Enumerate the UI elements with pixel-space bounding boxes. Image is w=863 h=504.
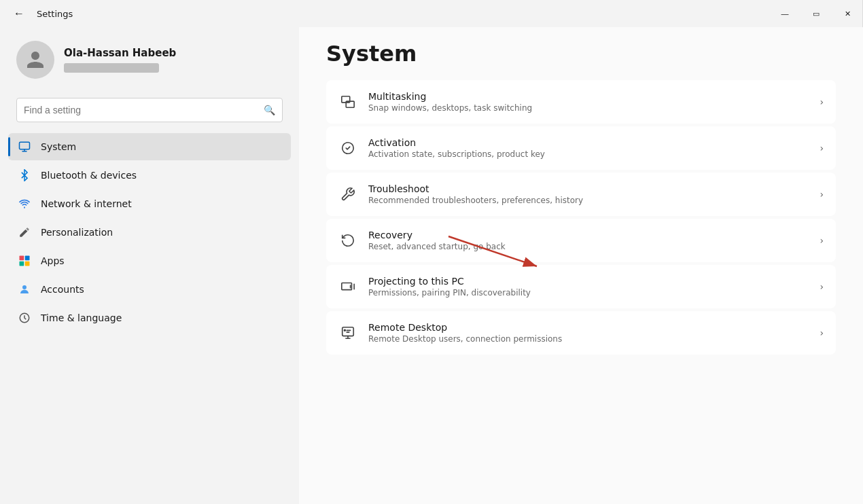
activation-title: Activation: [368, 137, 809, 148]
troubleshoot-desc: Recommended troubleshooters, preferences…: [368, 196, 809, 205]
svg-point-6: [22, 285, 27, 289]
activation-text: Activation Activation state, subscriptio…: [368, 137, 809, 159]
activation-icon: [338, 139, 357, 158]
sidebar-item-system-label: System: [41, 141, 76, 152]
activation-desc: Activation state, subscriptions, product…: [368, 149, 809, 159]
svg-rect-4: [20, 262, 24, 266]
search-icon: 🔍: [264, 105, 275, 115]
sidebar: Ola-Hassan Habeeb 🔍 System: [0, 27, 299, 504]
settings-item-troubleshoot[interactable]: Troubleshoot Recommended troubleshooters…: [326, 173, 836, 216]
multitasking-title: Multitasking: [368, 91, 809, 102]
search-box[interactable]: 🔍: [16, 98, 283, 122]
activation-chevron: ›: [820, 143, 824, 154]
projecting-desc: Permissions, pairing PIN, discoverabilit…: [368, 288, 809, 298]
nav-list: System Bluetooth & devices: [0, 133, 299, 331]
sidebar-item-bluetooth-label: Bluetooth & devices: [41, 170, 137, 181]
svg-point-1: [24, 206, 25, 208]
troubleshoot-chevron: ›: [820, 189, 824, 200]
projecting-icon: [338, 277, 357, 296]
settings-item-recovery[interactable]: Recovery Reset, advanced startup, go bac…: [326, 219, 836, 262]
svg-rect-5: [25, 262, 30, 266]
sidebar-item-network-label: Network & internet: [41, 198, 132, 209]
recovery-desc: Reset, advanced startup, go back: [368, 242, 809, 251]
network-icon: [18, 197, 31, 211]
settings-item-activation[interactable]: Activation Activation state, subscriptio…: [326, 126, 836, 170]
sidebar-item-personalization[interactable]: Personalization: [8, 219, 291, 246]
troubleshoot-text: Troubleshoot Recommended troubleshooters…: [368, 183, 809, 205]
recovery-title: Recovery: [368, 230, 809, 240]
accounts-icon: [18, 283, 31, 296]
multitasking-desc: Snap windows, desktops, task switching: [368, 103, 809, 113]
sidebar-item-accounts-label: Accounts: [41, 284, 84, 295]
maximize-button[interactable]: ▭: [800, 0, 832, 27]
bluetooth-icon: [18, 168, 31, 182]
remote-desktop-icon: [338, 323, 357, 342]
personalization-icon: [18, 226, 31, 239]
sidebar-item-bluetooth[interactable]: Bluetooth & devices: [8, 162, 291, 189]
minimize-button[interactable]: —: [769, 0, 800, 27]
multitasking-chevron: ›: [820, 96, 824, 107]
user-profile[interactable]: Ola-Hassan Habeeb: [0, 27, 299, 92]
main-content: System Multitasking Snap windows, deskto…: [299, 27, 863, 504]
svg-rect-2: [20, 256, 24, 261]
system-icon: [18, 140, 31, 154]
sidebar-item-network[interactable]: Network & internet: [8, 190, 291, 217]
sidebar-item-time[interactable]: Time & language: [8, 304, 291, 331]
titlebar: ← Settings — ▭ ✕: [0, 0, 863, 27]
close-button[interactable]: ✕: [832, 0, 863, 27]
recovery-icon: [338, 231, 357, 250]
titlebar-left: ← Settings: [8, 5, 73, 22]
sidebar-item-personalization-label: Personalization: [41, 227, 113, 238]
projecting-text: Projecting to this PC Permissions, pairi…: [368, 276, 809, 298]
sidebar-item-accounts[interactable]: Accounts: [8, 276, 291, 303]
troubleshoot-icon: [338, 185, 357, 204]
multitasking-icon: [338, 92, 357, 111]
avatar: [16, 41, 54, 79]
remote-desktop-desc: Remote Desktop users, connection permiss…: [368, 334, 809, 344]
user-name: Ola-Hassan Habeeb: [64, 47, 176, 59]
svg-point-14: [345, 329, 346, 331]
user-info: Ola-Hassan Habeeb: [64, 47, 176, 73]
settings-item-remote-desktop[interactable]: Remote Desktop Remote Desktop users, con…: [326, 311, 836, 355]
sidebar-item-system[interactable]: System: [8, 133, 291, 160]
projecting-title: Projecting to this PC: [368, 276, 809, 287]
app-title: Settings: [37, 9, 73, 19]
recovery-text: Recovery Reset, advanced startup, go bac…: [368, 230, 809, 251]
search-container: 🔍: [0, 92, 299, 133]
page-title: System: [326, 41, 836, 67]
settings-item-multitasking[interactable]: Multitasking Snap windows, desktops, tas…: [326, 80, 836, 124]
back-button[interactable]: ←: [8, 5, 30, 22]
settings-list: Multitasking Snap windows, desktops, tas…: [326, 80, 836, 355]
user-account-bar: [64, 63, 159, 73]
app-container: Ola-Hassan Habeeb 🔍 System: [0, 27, 863, 504]
window-controls: — ▭ ✕: [769, 0, 863, 27]
remote-desktop-chevron: ›: [820, 327, 824, 338]
svg-rect-0: [20, 142, 30, 149]
projecting-chevron: ›: [820, 281, 824, 292]
remote-desktop-text: Remote Desktop Remote Desktop users, con…: [368, 322, 809, 344]
time-icon: [18, 311, 31, 325]
settings-item-projecting[interactable]: Projecting to this PC Permissions, pairi…: [326, 265, 836, 308]
remote-desktop-title: Remote Desktop: [368, 322, 809, 333]
sidebar-item-apps[interactable]: Apps: [8, 247, 291, 274]
troubleshoot-title: Troubleshoot: [368, 183, 809, 194]
sidebar-item-time-label: Time & language: [41, 312, 122, 323]
apps-icon: [18, 254, 31, 268]
sidebar-item-apps-label: Apps: [41, 255, 65, 266]
search-input[interactable]: [24, 105, 258, 115]
recovery-chevron: ›: [820, 235, 824, 246]
svg-rect-3: [25, 256, 30, 261]
multitasking-text: Multitasking Snap windows, desktops, tas…: [368, 91, 809, 113]
